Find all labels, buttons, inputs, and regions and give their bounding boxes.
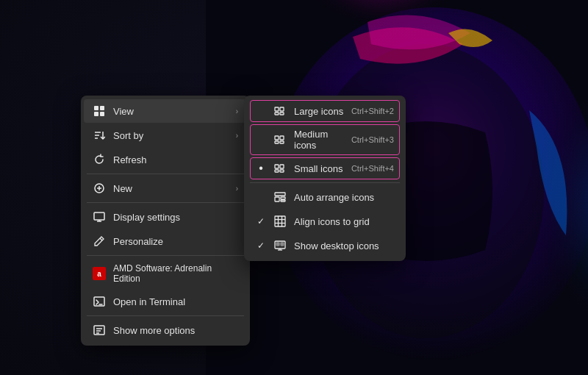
menu-item-display-settings[interactable]: Display settings bbox=[84, 205, 247, 229]
menu-item-display-label: Display settings bbox=[113, 212, 238, 223]
svg-rect-8 bbox=[100, 112, 104, 116]
svg-rect-6 bbox=[100, 106, 104, 110]
display-icon bbox=[93, 210, 106, 224]
svg-rect-34 bbox=[275, 193, 285, 196]
submenu-item-show-desktop[interactable]: ✓ Show desktop icons bbox=[247, 234, 403, 257]
medium-icons-shortcut: Ctrl+Shift+3 bbox=[351, 135, 394, 144]
new-arrow-icon: › bbox=[236, 185, 238, 193]
align-grid-icon bbox=[273, 215, 287, 228]
small-icons-check: • bbox=[256, 162, 266, 174]
large-icons-shortcut: Ctrl+Shift+2 bbox=[351, 107, 394, 115]
submenu-item-small-icons-label: Small icons bbox=[294, 163, 344, 174]
menu-item-more-options-label: Show more options bbox=[113, 325, 238, 336]
menu-item-terminal-label: Open in Terminal bbox=[113, 296, 238, 307]
grid-icon bbox=[93, 104, 106, 118]
svg-rect-33 bbox=[280, 170, 284, 172]
svg-rect-47 bbox=[281, 243, 284, 246]
divider-2 bbox=[87, 202, 244, 203]
submenu-item-medium-icons[interactable]: Medium icons Ctrl+Shift+3 bbox=[247, 124, 403, 156]
view-submenu: Large icons Ctrl+Shift+2 Medium icons Ct… bbox=[244, 96, 406, 261]
more-icon bbox=[93, 324, 106, 337]
menu-item-terminal[interactable]: Open in Terminal bbox=[84, 290, 247, 313]
menu-item-more-options[interactable]: Show more options bbox=[84, 318, 247, 342]
menu-item-view[interactable]: View › bbox=[84, 99, 247, 123]
svg-rect-12 bbox=[94, 213, 104, 220]
divider-1 bbox=[87, 174, 244, 174]
svg-rect-32 bbox=[275, 170, 279, 172]
svg-rect-30 bbox=[275, 165, 279, 168]
align-grid-check: ✓ bbox=[256, 216, 266, 226]
svg-rect-29 bbox=[280, 141, 284, 143]
menu-item-new[interactable]: New › bbox=[84, 176, 247, 200]
divider-3 bbox=[87, 255, 244, 256]
svg-rect-38 bbox=[275, 216, 285, 226]
menu-item-personalize[interactable]: Personalize bbox=[84, 229, 247, 253]
small-icons-shortcut: Ctrl+Shift+4 bbox=[351, 164, 394, 173]
svg-rect-7 bbox=[94, 112, 98, 116]
menu-item-view-label: View bbox=[113, 106, 229, 117]
submenu-divider bbox=[250, 182, 400, 183]
svg-rect-24 bbox=[275, 113, 279, 115]
submenu-item-large-icons[interactable]: Large icons Ctrl+Shift+2 bbox=[247, 99, 403, 123]
medium-icons-icon bbox=[273, 133, 287, 146]
submenu-item-align-grid-label: Align icons to grid bbox=[294, 216, 394, 227]
menu-item-sort-by[interactable]: Sort by › bbox=[84, 124, 247, 147]
personalize-icon bbox=[93, 235, 106, 248]
menu-item-refresh-label: Refresh bbox=[113, 154, 238, 165]
svg-rect-25 bbox=[280, 113, 284, 115]
show-desktop-icon bbox=[273, 239, 287, 252]
submenu-item-large-icons-label: Large icons bbox=[294, 106, 344, 117]
show-desktop-check: ✓ bbox=[256, 240, 266, 251]
small-icons-icon bbox=[273, 162, 287, 175]
svg-rect-35 bbox=[275, 197, 279, 201]
large-icons-icon bbox=[273, 104, 287, 118]
menu-item-personalize-label: Personalize bbox=[113, 236, 238, 247]
divider-4 bbox=[87, 315, 244, 316]
svg-rect-23 bbox=[280, 107, 284, 111]
submenu-item-auto-arrange-label: Auto arrange icons bbox=[294, 192, 394, 203]
menu-item-refresh[interactable]: Refresh bbox=[84, 148, 247, 171]
svg-line-15 bbox=[100, 238, 102, 240]
svg-rect-5 bbox=[94, 106, 98, 110]
amd-icon: a bbox=[93, 267, 106, 280]
menu-item-new-label: New bbox=[113, 183, 229, 194]
terminal-icon bbox=[93, 295, 106, 308]
svg-rect-26 bbox=[275, 136, 279, 140]
auto-arrange-icon bbox=[273, 190, 287, 204]
sort-icon bbox=[93, 129, 106, 142]
svg-rect-27 bbox=[280, 136, 284, 140]
svg-rect-46 bbox=[276, 243, 279, 246]
menu-item-sortby-label: Sort by bbox=[113, 130, 229, 141]
svg-rect-28 bbox=[275, 141, 279, 143]
submenu-item-auto-arrange[interactable]: Auto arrange icons bbox=[247, 185, 403, 209]
submenu-item-medium-icons-label: Medium icons bbox=[294, 129, 344, 151]
context-menu: View › Sort by › Refresh bbox=[81, 96, 250, 346]
refresh-icon bbox=[93, 153, 106, 166]
svg-rect-31 bbox=[280, 165, 284, 168]
sortby-arrow-icon: › bbox=[236, 132, 238, 140]
menu-item-amd[interactable]: a AMD Software: Adrenalin Edition bbox=[84, 258, 247, 289]
svg-rect-36 bbox=[281, 197, 285, 199]
svg-rect-22 bbox=[275, 107, 279, 111]
menu-item-amd-label: AMD Software: Adrenalin Edition bbox=[113, 263, 238, 284]
submenu-item-small-icons[interactable]: • Small icons Ctrl+Shift+4 bbox=[247, 157, 403, 180]
submenu-item-show-desktop-label: Show desktop icons bbox=[294, 240, 394, 251]
view-arrow-icon: › bbox=[236, 107, 238, 115]
submenu-item-align-grid[interactable]: ✓ Align icons to grid bbox=[247, 210, 403, 233]
svg-rect-37 bbox=[281, 200, 285, 201]
new-icon bbox=[93, 182, 106, 195]
